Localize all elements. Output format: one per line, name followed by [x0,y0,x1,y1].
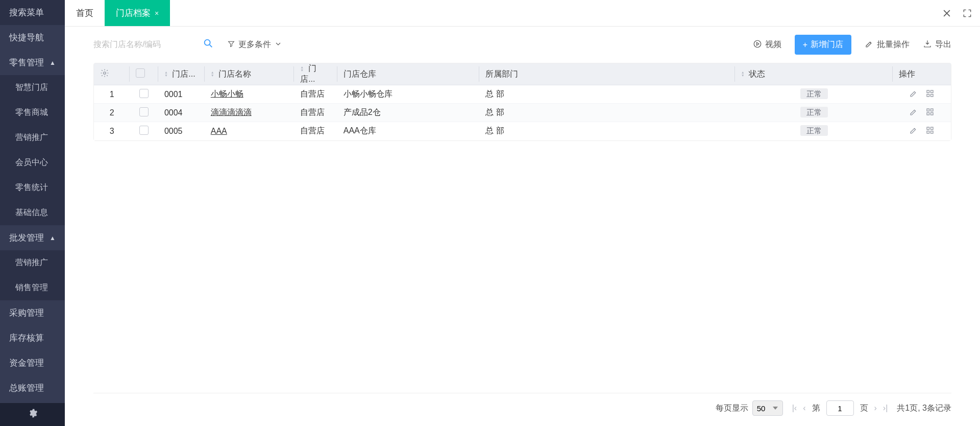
store-link[interactable]: AAA [211,127,227,135]
plus-icon: + [803,40,807,50]
sidebar-retail-mgmt[interactable]: 零售管理 ▲ [0,50,65,75]
row-edit-button[interactable] [909,126,918,137]
checkbox[interactable] [139,126,149,135]
fullscreen-button[interactable] [961,7,974,20]
svg-rect-12 [931,127,934,130]
per-page-label: 每页显示 [716,403,748,414]
sidebar-item-marketing[interactable]: 营销推广 [0,125,65,150]
sidebar-item-ws-sales[interactable]: 销售管理 [0,275,65,300]
svg-rect-4 [931,90,934,93]
toolbar: 更多条件 视频 + 新增门店 批量操作 导出 [65,27,980,63]
cell-code: 0005 [158,122,205,140]
sidebar-quick-nav[interactable]: 快捷导航 [0,25,65,50]
status-badge: 正常 [800,107,828,117]
sidebar-funds[interactable]: 资金管理 [0,350,65,375]
checkbox[interactable] [136,68,145,78]
th-status[interactable]: ▲▼ 状态 [735,63,893,85]
sort-icon[interactable]: ▲▼ [741,71,745,77]
svg-rect-14 [931,131,934,133]
sidebar-inventory[interactable]: 库存核算 [0,325,65,350]
export-button[interactable]: 导出 [923,39,951,51]
export-icon [923,39,932,51]
checkbox[interactable] [139,89,149,98]
sort-icon[interactable]: ▲▼ [164,71,168,77]
cell-checkbox[interactable] [130,85,158,104]
th-checkbox[interactable] [130,63,158,85]
sort-icon[interactable]: ▲▼ [211,71,214,77]
cell-idx: 1 [94,85,130,104]
video-button[interactable]: 视频 [753,39,781,51]
svg-point-2 [104,72,106,75]
row-more-button[interactable] [925,107,935,119]
sidebar-item-basic-info[interactable]: 基础信息 [0,200,65,225]
cell-type: 自营店 [294,104,337,122]
page-next-button[interactable]: › [874,404,877,413]
cell-warehouse: 产成品2仓 [337,104,480,122]
svg-rect-5 [927,94,929,97]
sidebar-item-ws-marketing[interactable]: 营销推广 [0,250,65,275]
store-link[interactable]: 小畅小畅 [211,89,243,98]
status-badge: 正常 [800,88,828,99]
sidebar-settings-button[interactable] [0,403,65,426]
cell-dept: 总 部 [479,122,735,140]
row-more-button[interactable] [925,89,935,100]
sort-icon[interactable]: ▲▼ [300,66,304,72]
cell-type: 自营店 [294,85,337,104]
sidebar-ledger[interactable]: 总账管理 [0,375,65,400]
batch-ops-button[interactable]: 批量操作 [865,39,910,51]
cell-checkbox[interactable] [130,104,158,122]
gear-icon [100,70,109,79]
page-first-button[interactable]: |‹ [792,404,797,413]
new-store-button[interactable]: + 新增门店 [795,35,851,55]
th-ops: 操作 [893,63,951,85]
more-filter-button[interactable]: 更多条件 [227,39,282,50]
table-row: 20004滴滴滴滴滴自营店产成品2仓总 部正常 [94,104,951,122]
play-icon [753,39,762,51]
tab-store-archive[interactable]: 门店档案 × [105,0,170,26]
page-last-button[interactable]: ›| [883,404,888,413]
tab-home[interactable]: 首页 [65,0,105,26]
status-badge: 正常 [800,125,828,136]
svg-rect-10 [931,112,934,115]
cell-status: 正常 [735,104,893,122]
close-all-tabs-button[interactable] [940,7,953,20]
cell-dept: 总 部 [479,104,735,122]
sidebar-wholesale-mgmt[interactable]: 批发管理 ▲ [0,225,65,250]
sidebar-search-menu[interactable]: 搜索菜单 [0,0,65,25]
svg-rect-6 [931,94,934,97]
store-table: ▲▼ 门店... ▲▼ 门店名称 ▲▼ 门店... 门店仓库 所属部门 [94,63,951,140]
svg-rect-11 [927,127,929,130]
row-edit-button[interactable] [909,107,918,119]
th-dept[interactable]: 所属部门 [479,63,735,85]
search-icon[interactable] [203,38,214,51]
sidebar-item-smart-store[interactable]: 智慧门店 [0,75,65,100]
row-more-button[interactable] [925,126,935,137]
sidebar-purchase-mgmt[interactable]: 采购管理 [0,300,65,325]
cell-dept: 总 部 [479,85,735,104]
store-link[interactable]: 滴滴滴滴滴 [211,108,252,116]
th-name[interactable]: ▲▼ 门店名称 [205,63,294,85]
checkbox[interactable] [139,107,149,116]
gear-icon [28,408,38,421]
search-input[interactable] [93,37,203,52]
table-wrap: ▲▼ 门店... ▲▼ 门店名称 ▲▼ 门店... 门店仓库 所属部门 [93,63,951,141]
per-page-select[interactable]: 50 [752,400,783,416]
page-number-input[interactable] [826,400,854,416]
page-prev-button[interactable]: ‹ [803,404,805,413]
sidebar: 搜索菜单 快捷导航 零售管理 ▲ 智慧门店 零售商城 营销推广 会员中心 零售统… [0,0,65,426]
cell-idx: 3 [94,122,130,140]
sidebar-item-retail-stats[interactable]: 零售统计 [0,175,65,200]
page-summary: 共1页, 3条记录 [897,403,951,414]
th-warehouse[interactable]: 门店仓库 [337,63,480,85]
th-type[interactable]: ▲▼ 门店... [294,63,337,85]
sidebar-item-retail-mall[interactable]: 零售商城 [0,100,65,125]
sidebar-item-member-center[interactable]: 会员中心 [0,150,65,175]
svg-rect-13 [927,131,929,133]
th-gear[interactable] [94,63,130,85]
th-code[interactable]: ▲▼ 门店... [158,63,205,85]
cell-warehouse: 小畅小畅仓库 [337,85,480,104]
tab-close-icon[interactable]: × [155,9,159,17]
row-edit-button[interactable] [909,89,918,100]
tabs-bar: 首页 门店档案 × [65,0,980,27]
cell-checkbox[interactable] [130,122,158,140]
